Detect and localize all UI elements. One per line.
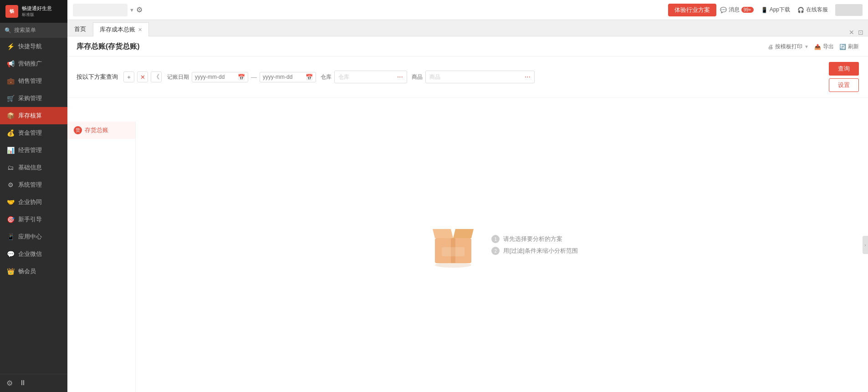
date-end-input[interactable]	[263, 74, 304, 80]
svg-marker-3	[453, 229, 474, 238]
refresh-btn[interactable]: 🔄 刷新	[839, 43, 859, 51]
goods-more-icon[interactable]: ···	[525, 73, 531, 81]
nav-placeholder	[73, 4, 128, 16]
goods-label: 商品	[412, 73, 423, 81]
delete-scheme-btn[interactable]: ✕	[137, 71, 148, 82]
user-avatar[interactable]	[835, 4, 863, 16]
right-panel-toggle[interactable]: ›	[863, 236, 868, 254]
app-version: 标准版	[22, 12, 52, 18]
sidebar-item-label: 畅会员	[18, 267, 36, 275]
sidebar-item-guide[interactable]: 🎯 新手引导	[0, 211, 67, 228]
page-title: 库存总账(存货总账)	[77, 42, 140, 51]
finance-icon: 💰	[6, 129, 15, 137]
export-icon: 📤	[814, 44, 821, 50]
enterprise-wechat-icon: 💬	[6, 250, 15, 258]
export-btn[interactable]: 📤 导出	[814, 43, 834, 51]
sidebar-item-label: 企业协同	[18, 198, 42, 206]
goods-placeholder: 商品	[429, 73, 440, 81]
industry-btn[interactable]: 体验行业方案	[668, 4, 716, 16]
empty-illustration	[426, 222, 480, 268]
sidebar-item-label: 采购管理	[18, 94, 42, 102]
warehouse-filter-group: 仓库 仓库 ···	[321, 71, 407, 83]
tab-home[interactable]: 首页	[67, 22, 93, 36]
message-badge: 99+	[741, 7, 754, 13]
sidebar-item-label: 应用中心	[18, 233, 42, 241]
goods-filter-group: 商品 商品 ···	[412, 71, 535, 83]
refresh-label: 刷新	[848, 43, 859, 51]
message-item[interactable]: 💬 消息 99+	[720, 6, 754, 14]
sidebar-item-label: 营销推广	[18, 60, 42, 68]
sidebar-item-marketing[interactable]: 📢 营销推广	[0, 55, 67, 72]
sidebar-bottom-icons: ⚙ ⏸	[6, 379, 26, 387]
tab-right-actions: ✕ ⊡	[844, 29, 868, 36]
date-filter-group: 记账日期 📅 — 📅	[167, 72, 316, 82]
close-panel-icon[interactable]: ✕	[849, 29, 854, 36]
purchase-icon: 🛒	[6, 95, 15, 102]
calendar-start-icon[interactable]: 📅	[238, 74, 245, 81]
step-1-circle: 1	[491, 235, 500, 243]
settings-icon[interactable]: ⚙	[6, 379, 13, 387]
sidebar-bottom: ⚙ ⏸	[0, 374, 67, 392]
collapse-filter-btn[interactable]: 《	[151, 71, 162, 82]
search-menu-label: 搜索菜单	[14, 26, 36, 34]
tab-inventory-cost[interactable]: 库存成本总账 ✕	[93, 22, 149, 36]
main-panel: 1 请先选择要分析的方案 2 用[过滤]条件来缩小分析范围	[136, 98, 868, 392]
setup-btn[interactable]: 设置	[829, 78, 859, 92]
expand-icon[interactable]: ⊡	[858, 29, 863, 36]
scheme-item-inventory-ledger[interactable]: 货 存货总账	[67, 122, 135, 139]
date-start-input[interactable]	[195, 74, 236, 80]
collapse-icon[interactable]: ⏸	[19, 379, 26, 387]
logo-icon: 畅	[5, 5, 18, 18]
search-menu-item[interactable]: 🔍 搜索菜单	[0, 23, 67, 38]
sidebar-item-cooperation[interactable]: 🤝 企业协同	[0, 193, 67, 211]
sidebar-item-enterprise-wechat[interactable]: 💬 企业微信	[0, 245, 67, 263]
online-service-item[interactable]: 🎧 在线客服	[797, 6, 828, 14]
print-btn[interactable]: 🖨 按模板打印 ▼	[768, 43, 809, 51]
sidebar-item-member[interactable]: 👑 畅会员	[0, 263, 67, 280]
sidebar-item-basic[interactable]: 🗂 基础信息	[0, 159, 67, 176]
sidebar-item-purchase[interactable]: 🛒 采购管理	[0, 90, 67, 107]
sidebar-item-label: 企业微信	[18, 250, 42, 258]
warehouse-select[interactable]: 仓库 ···	[334, 71, 407, 83]
sidebar-item-operation[interactable]: 📊 经营管理	[0, 142, 67, 159]
sidebar-item-quick-nav[interactable]: ⚡ 快捷导航	[0, 38, 67, 55]
sidebar-item-system[interactable]: ⚙ 系统管理	[0, 176, 67, 193]
export-label: 导出	[823, 43, 834, 51]
main-area: ▼ ⚙ 体验行业方案 💬 消息 99+ 📱 App下载 🎧 在线客服 首页	[67, 0, 868, 392]
goods-select[interactable]: 商品 ···	[425, 71, 535, 83]
sidebar-item-label: 库存核算	[18, 112, 42, 120]
print-label: 按模板打印	[775, 43, 802, 51]
cooperation-icon: 🤝	[6, 199, 15, 206]
sidebar-item-inventory[interactable]: 📦 库存核算	[0, 107, 67, 124]
sales-icon: 💼	[6, 77, 15, 85]
settings-gear-icon[interactable]: ⚙	[136, 5, 143, 14]
page-actions: 🖨 按模板打印 ▼ 📤 导出 🔄 刷新	[768, 43, 859, 51]
query-btn[interactable]: 查询	[829, 62, 859, 76]
warehouse-label: 仓库	[321, 73, 332, 81]
member-icon: 👑	[6, 268, 15, 275]
message-icon: 💬	[720, 7, 727, 13]
sidebar-nav: ⚡ 快捷导航 📢 营销推广 💼 销售管理 🛒 采购管理 📦 库存核算 💰 资金管…	[0, 38, 67, 374]
empty-box-svg	[426, 222, 480, 268]
empty-tip-2: 2 用[过滤]条件来缩小分析范围	[491, 247, 577, 255]
app-name: 畅捷通好生意	[22, 5, 52, 11]
add-scheme-btn[interactable]: +	[123, 71, 134, 82]
sidebar-item-label: 经营管理	[18, 146, 42, 154]
empty-text: 1 请先选择要分析的方案 2 用[过滤]条件来缩小分析范围	[491, 235, 577, 255]
sidebar-item-app-center[interactable]: 📱 应用中心	[0, 228, 67, 245]
date-end-wrap: 📅	[260, 72, 316, 82]
app-logo: 畅 畅捷通好生意 标准版	[0, 0, 67, 23]
filter-bar: 按以下方案查询 + ✕ 《 记账日期 📅 — 📅	[67, 56, 868, 98]
basic-icon: 🗂	[6, 164, 15, 171]
calendar-end-icon[interactable]: 📅	[306, 74, 313, 81]
app-download-item[interactable]: 📱 App下载	[761, 6, 790, 14]
scheme-item-label: 存货总账	[85, 126, 108, 134]
headset-icon: 🎧	[797, 7, 804, 13]
warehouse-more-icon[interactable]: ···	[397, 73, 403, 81]
system-icon: ⚙	[6, 181, 15, 188]
sidebar-item-sales[interactable]: 💼 销售管理	[0, 72, 67, 90]
tab-close-icon[interactable]: ✕	[138, 27, 142, 33]
empty-tip-1-label: 请先选择要分析的方案	[503, 235, 562, 243]
sidebar-item-label: 基础信息	[18, 163, 42, 172]
sidebar-item-finance[interactable]: 💰 资金管理	[0, 124, 67, 142]
